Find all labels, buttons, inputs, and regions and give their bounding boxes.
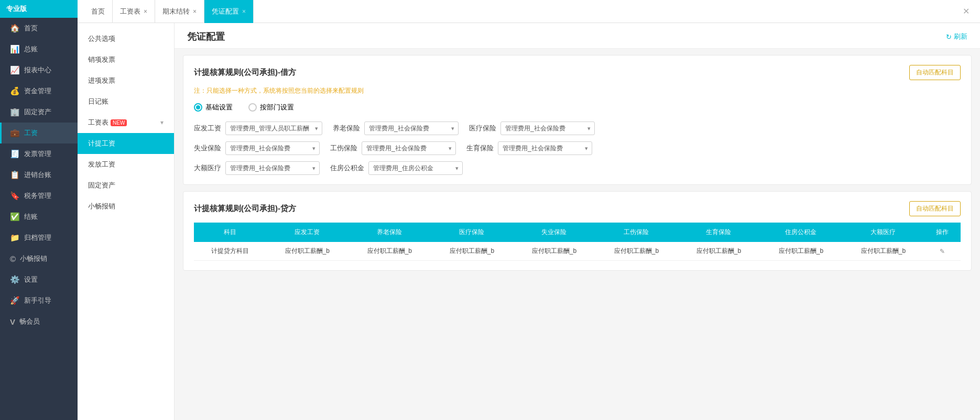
- label-salary: 应发工资: [194, 124, 221, 133]
- sidebar-item-home[interactable]: 🏠 首页: [0, 18, 78, 39]
- page-header: 凭证配置 ↻ 刷新: [175, 23, 980, 49]
- radio-group: 基础设置 按部门设置: [194, 103, 961, 112]
- select-salary-wrapper: 管理费用_管理人员职工薪酬: [225, 121, 322, 135]
- select-medical[interactable]: 管理费用_社会保险费: [500, 121, 595, 135]
- window-close-button[interactable]: ✕: [959, 6, 974, 16]
- cell-work-injury: 应付职工薪酬_b: [595, 242, 678, 261]
- sub-nav-payroll-table[interactable]: 工资表 NEW ▾: [78, 112, 174, 133]
- sub-nav-journal[interactable]: 日记账: [78, 91, 174, 112]
- sub-nav-purchase-invoice[interactable]: 进项发票: [78, 70, 174, 91]
- refresh-icon: ↻: [946, 33, 952, 41]
- th-housing-fund: 住房公积金: [760, 223, 842, 242]
- field-maternity: 生育保险 管理费用_社会保险费: [466, 141, 592, 155]
- sidebar-item-archive[interactable]: 📁 归档管理: [0, 227, 78, 248]
- cell-action[interactable]: ✎: [924, 242, 961, 261]
- sidebar-item-invoice[interactable]: 🧾 发票管理: [0, 143, 78, 164]
- select-critical-illness[interactable]: 管理费用_社会保险费: [225, 161, 320, 175]
- label-maternity: 生育保险: [466, 143, 494, 153]
- sidebar-item-label: 发票管理: [24, 149, 51, 159]
- refresh-button[interactable]: ↻ 刷新: [946, 32, 967, 41]
- th-action: 操作: [924, 223, 961, 242]
- label-work-injury: 工伤保险: [330, 143, 357, 153]
- th-pension: 养老保险: [349, 223, 431, 242]
- sidebar-item-guide[interactable]: 🚀 新手引导: [0, 290, 78, 311]
- new-badge: NEW: [111, 119, 127, 126]
- field-pension: 养老保险 管理费用_社会保险费: [333, 121, 459, 135]
- select-unemployment[interactable]: 管理费用_社会保险费: [225, 141, 320, 155]
- archive-icon: 📁: [10, 233, 20, 242]
- select-pension[interactable]: 管理费用_社会保险费: [364, 121, 459, 135]
- tab-voucher-config[interactable]: 凭证配置 ×: [204, 0, 254, 23]
- debit-section-title: 计提核算规则(公司承担)-借方: [194, 68, 296, 78]
- sub-nav-public[interactable]: 公共选项: [78, 28, 174, 49]
- sidebar-item-ledger[interactable]: 📊 总账: [0, 39, 78, 60]
- tab-home[interactable]: 首页: [84, 0, 113, 23]
- select-salary[interactable]: 管理费用_管理人员职工薪酬: [225, 121, 322, 135]
- sidebar-item-label: 报表中心: [24, 65, 51, 75]
- sidebar-item-label: 结账: [24, 212, 38, 222]
- sub-nav-sales-invoice[interactable]: 销项发票: [78, 49, 174, 70]
- select-medical-wrapper: 管理费用_社会保险费: [500, 121, 595, 135]
- radio-basic-circle[interactable]: [194, 103, 202, 112]
- table-header-row: 科目 应发工资 养老保险 医疗保险 失业保险 工伤保险 生育保险 住房公积金 大…: [194, 223, 961, 242]
- sidebar-item-payroll[interactable]: 💼 工资: [0, 123, 78, 143]
- credit-auto-match-button[interactable]: 自动匹配科目: [909, 201, 961, 216]
- close-voucher-config-icon[interactable]: ×: [242, 8, 246, 15]
- radio-department[interactable]: 按部门设置: [248, 103, 294, 112]
- sidebar-item-funds[interactable]: 💰 资金管理: [0, 81, 78, 102]
- trading-icon: 📋: [10, 170, 20, 180]
- th-maternity: 生育保险: [678, 223, 760, 242]
- invoice-icon: 🧾: [10, 149, 20, 159]
- sub-nav-payroll-distribution[interactable]: 发放工资: [78, 154, 174, 175]
- sub-nav-expense-report[interactable]: 小畅报销: [78, 196, 174, 217]
- select-unemployment-wrapper: 管理费用_社会保险费: [225, 141, 320, 155]
- th-critical-illness: 大额医疗: [842, 223, 924, 242]
- debit-notice: 注：只能选择一种方式，系统将按照您当前的选择来配置规则: [194, 86, 961, 95]
- field-work-injury: 工伤保险 管理费用_社会保险费: [330, 141, 456, 155]
- th-medical: 医疗保险: [431, 223, 513, 242]
- funds-icon: 💰: [10, 86, 20, 96]
- radio-department-circle[interactable]: [248, 103, 257, 112]
- tab-payroll-table[interactable]: 工资表 ×: [113, 0, 155, 23]
- cell-pension: 应付职工薪酬_b: [349, 242, 431, 261]
- cell-unemployment: 应付职工薪酬_b: [513, 242, 595, 261]
- th-work-injury: 工伤保险: [595, 223, 678, 242]
- th-unemployment: 失业保险: [513, 223, 595, 242]
- edit-icon[interactable]: ✎: [940, 248, 945, 255]
- close-payroll-table-icon[interactable]: ×: [144, 8, 147, 15]
- sub-nav-accrual[interactable]: 计提工资: [78, 133, 174, 154]
- sidebar-item-label: 小畅报销: [20, 254, 47, 263]
- sidebar-item-label: 新手引导: [24, 296, 51, 305]
- sidebar-item-member[interactable]: V 畅会员: [0, 311, 78, 332]
- main-area: 首页 工资表 × 期末结转 × 凭证配置 × ✕ 公共选项 销项发票 进项发票: [78, 0, 980, 420]
- home-icon: 🏠: [10, 24, 20, 33]
- sidebar-item-tax[interactable]: 🔖 税务管理: [0, 185, 78, 206]
- guide-icon: 🚀: [10, 296, 20, 305]
- sidebar-item-assets[interactable]: 🏢 固定资产: [0, 102, 78, 123]
- sidebar-item-label: 资金管理: [24, 86, 51, 96]
- sidebar-item-reports[interactable]: 📈 报表中心: [0, 60, 78, 81]
- credit-table: 科目 应发工资 养老保险 医疗保险 失业保险 工伤保险 生育保险 住房公积金 大…: [194, 223, 961, 261]
- select-maternity[interactable]: 管理费用_社会保险费: [498, 141, 592, 155]
- sidebar-item-trading[interactable]: 📋 进销台账: [0, 164, 78, 185]
- label-critical-illness: 大额医疗: [194, 163, 221, 173]
- sidebar-item-checkout[interactable]: ✅ 结账: [0, 206, 78, 227]
- sub-nav-fixed-assets[interactable]: 固定资产: [78, 175, 174, 196]
- select-pension-wrapper: 管理费用_社会保险费: [364, 121, 459, 135]
- tab-bar: 首页 工资表 × 期末结转 × 凭证配置 × ✕: [78, 0, 980, 23]
- tab-period-transfer[interactable]: 期末结转 ×: [155, 0, 204, 23]
- radio-department-label: 按部门设置: [260, 103, 294, 112]
- sidebar-item-settings[interactable]: ⚙️ 设置: [0, 269, 78, 290]
- field-critical-illness: 大额医疗 管理费用_社会保险费: [194, 161, 320, 175]
- sidebar-item-expense[interactable]: © 小畅报销: [0, 248, 78, 269]
- select-work-injury[interactable]: 管理费用_社会保险费: [362, 141, 456, 155]
- debit-auto-match-button[interactable]: 自动匹配科目: [909, 65, 961, 80]
- expand-icon: ▾: [160, 119, 164, 126]
- close-period-transfer-icon[interactable]: ×: [193, 8, 197, 15]
- sidebar-item-label: 归档管理: [24, 233, 51, 242]
- radio-basic[interactable]: 基础设置: [194, 103, 233, 112]
- select-work-injury-wrapper: 管理费用_社会保险费: [362, 141, 456, 155]
- table-body: 计提贷方科目 应付职工薪酬_b 应付职工薪酬_b 应付职工薪酬_b 应付职工薪酬…: [194, 242, 961, 261]
- credit-table-wrapper: 科目 应发工资 养老保险 医疗保险 失业保险 工伤保险 生育保险 住房公积金 大…: [194, 223, 961, 261]
- select-housing-fund[interactable]: 管理费用_住房公积金: [368, 161, 463, 175]
